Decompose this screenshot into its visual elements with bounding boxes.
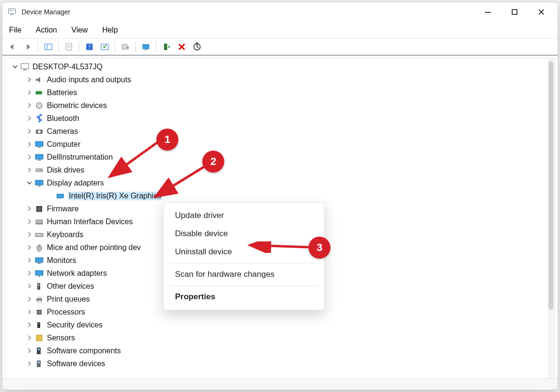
chevron-right-icon[interactable]	[25, 295, 33, 304]
toolbar: ?	[2, 39, 558, 55]
tree-category-label: Bluetooth	[47, 114, 79, 123]
chevron-down-icon[interactable]	[25, 179, 33, 187]
properties-button[interactable]	[62, 40, 76, 54]
tree-category[interactable]: DellInstrumentation	[9, 151, 548, 163]
tree-category[interactable]: Bluetooth	[9, 112, 548, 125]
tree-category-label: Computer	[47, 140, 80, 149]
forward-button[interactable]	[21, 40, 35, 54]
chevron-right-icon[interactable]	[25, 114, 33, 123]
chevron-right-icon[interactable]	[25, 166, 33, 174]
menu-help[interactable]: Help	[100, 24, 120, 36]
disable-device-button[interactable]	[190, 40, 204, 54]
chevron-right-icon[interactable]	[25, 76, 33, 84]
tree-category[interactable]: Audio inputs and outputs	[9, 73, 548, 86]
chevron-right-icon[interactable]	[25, 153, 33, 162]
tree-category[interactable]: Display adapters	[9, 176, 548, 189]
tree-category[interactable]: Biometric devices	[9, 99, 548, 112]
svg-rect-15	[143, 44, 149, 49]
menu-view[interactable]: View	[69, 24, 89, 36]
tree-category[interactable]: Batteries	[9, 86, 548, 99]
menu-bar: File Action View Help	[2, 22, 558, 39]
tree-category-label: Software devices	[47, 359, 105, 368]
svg-rect-6	[45, 44, 52, 50]
svg-rect-41	[36, 223, 42, 224]
svg-text:?: ?	[88, 44, 90, 50]
biometric-icon	[34, 101, 44, 110]
svg-point-23	[36, 103, 42, 109]
tree-category[interactable]: Disk drives	[9, 163, 548, 176]
tree-category[interactable]: Sensors	[9, 331, 548, 344]
other-icon	[34, 282, 44, 291]
menu-action[interactable]: Action	[34, 24, 59, 36]
scrollbar-thumb[interactable]	[549, 61, 553, 310]
software-icon	[34, 346, 44, 356]
tree-category-label: Batteries	[47, 88, 77, 97]
vertical-scrollbar[interactable]	[548, 58, 554, 380]
svg-rect-55	[37, 301, 41, 303]
security-icon	[34, 320, 44, 330]
camera-icon	[34, 127, 44, 136]
tree-category[interactable]: Security devices	[9, 318, 548, 331]
uninstall-device-button[interactable]	[175, 40, 189, 54]
svg-rect-64	[38, 361, 40, 363]
chevron-right-icon[interactable]	[25, 243, 33, 252]
chevron-right-icon[interactable]	[25, 88, 33, 97]
maximize-button[interactable]	[501, 3, 528, 21]
chevron-right-icon[interactable]	[25, 256, 33, 265]
chevron-right-icon[interactable]	[25, 321, 33, 329]
close-button[interactable]	[528, 3, 555, 21]
minimize-button[interactable]	[474, 3, 501, 21]
svg-rect-50	[35, 271, 43, 275]
svg-rect-17	[164, 44, 167, 50]
svg-rect-58	[37, 322, 40, 328]
tree-category[interactable]: Software components	[9, 344, 548, 357]
tree-category-label: Sensors	[47, 334, 75, 342]
tree-category[interactable]: Computer	[9, 138, 548, 151]
help-button[interactable]: ?	[82, 40, 97, 54]
monitor-icon	[34, 256, 44, 265]
enable-device-button[interactable]	[159, 40, 174, 54]
chevron-right-icon[interactable]	[25, 282, 33, 291]
chevron-down-icon[interactable]	[11, 63, 19, 71]
menu-file[interactable]: File	[7, 24, 23, 36]
hid-icon	[34, 217, 44, 227]
chevron-right-icon[interactable]	[25, 101, 33, 110]
svg-rect-14	[122, 44, 127, 49]
chevron-right-icon[interactable]	[25, 334, 33, 342]
update-driver-button[interactable]	[118, 40, 132, 54]
firmware-icon	[34, 204, 44, 214]
chevron-right-icon[interactable]	[25, 205, 33, 213]
tree-category-label: Human Interface Devices	[47, 218, 133, 226]
show-hide-console-tree-button[interactable]	[41, 40, 55, 54]
tree-category-label: Security devices	[47, 321, 103, 329]
tree-category-label: Mice and other pointing dev	[47, 243, 141, 252]
disk-icon	[34, 165, 44, 175]
svg-rect-28	[38, 147, 41, 148]
chevron-right-icon[interactable]	[25, 218, 33, 226]
back-button[interactable]	[5, 40, 20, 54]
tree-category-label: Cameras	[47, 127, 78, 136]
ctx-update-driver[interactable]: Update driver	[164, 207, 324, 225]
net-icon	[34, 269, 44, 278]
chevron-right-icon[interactable]	[25, 347, 33, 355]
chevron-right-icon[interactable]	[25, 140, 33, 149]
gpu-icon	[55, 191, 65, 201]
ctx-uninstall-device[interactable]: Uninstall device	[164, 243, 324, 261]
ctx-scan-hardware[interactable]: Scan for hardware changes	[164, 265, 324, 283]
ctx-disable-device[interactable]: Disable device	[164, 225, 324, 243]
chevron-right-icon[interactable]	[25, 308, 33, 316]
tree-category[interactable]: Cameras	[9, 125, 548, 138]
svg-rect-1	[11, 14, 13, 15]
scan-hardware-button[interactable]	[139, 40, 153, 54]
chevron-right-icon[interactable]	[25, 127, 33, 136]
chevron-right-icon[interactable]	[25, 230, 33, 239]
action-list-button[interactable]	[98, 40, 112, 54]
printer-icon	[34, 294, 44, 304]
ctx-properties[interactable]: Properties	[164, 288, 324, 306]
tree-category[interactable]: Software devices	[9, 357, 548, 370]
tree-device[interactable]: Intel(R) Iris(R) Xe Graphics	[9, 189, 548, 202]
tree-root[interactable]: DESKTOP-4L537JQ	[9, 60, 548, 73]
chevron-right-icon[interactable]	[25, 269, 33, 278]
chevron-right-icon[interactable]	[25, 359, 33, 368]
svg-rect-29	[35, 154, 43, 159]
